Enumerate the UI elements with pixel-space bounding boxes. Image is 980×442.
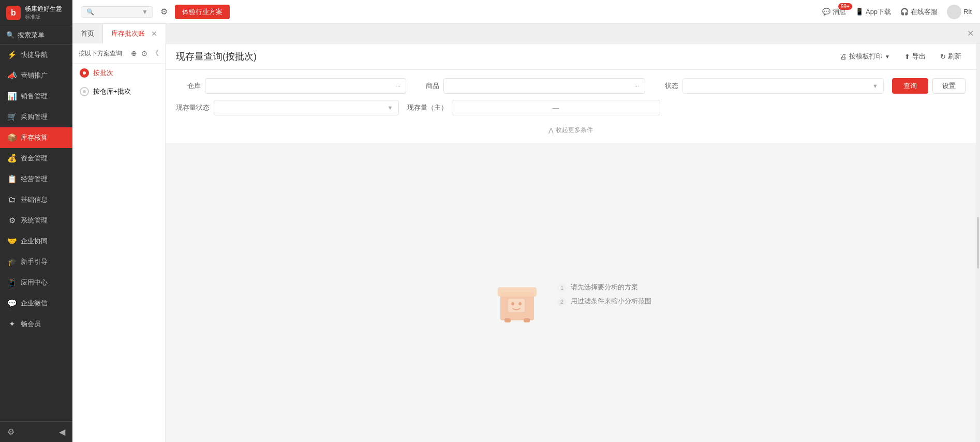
collapse-sidebar-icon[interactable]: ◀ (59, 427, 65, 437)
sidebar-item-label: 系统管理 (21, 216, 48, 225)
app-logo: b (6, 6, 21, 20)
page-title: 现存量查询(按批次) (176, 50, 257, 69)
settings-button[interactable]: 设置 (932, 78, 966, 94)
export-button[interactable]: ⬆ 导出 (900, 50, 930, 63)
sidebar-item-wechat[interactable]: 💬 企业微信 (0, 293, 72, 314)
svg-rect-1 (498, 287, 537, 297)
tabbar-close-right[interactable]: ✕ (967, 28, 980, 38)
sidebar-item-basic[interactable]: 🗂 基础信息 (0, 189, 72, 210)
basic-icon: 🗂 (7, 195, 17, 204)
sidebar-item-apps[interactable]: 📱 应用中心 (0, 272, 72, 293)
product-more-icon[interactable]: ··· (634, 82, 640, 90)
topbar-search-icon: 🔍 (86, 8, 94, 16)
product-filter-input[interactable]: ··· (443, 78, 645, 94)
step-2-num: 2 (557, 297, 567, 306)
sidebar-item-label: 企业协同 (21, 237, 48, 246)
sidebar-item-operations[interactable]: 📋 经营管理 (0, 169, 72, 189)
warehouse-filter-item: 仓库 ··· (176, 78, 406, 94)
sidebar-item-inventory[interactable]: 📦 库存核算 (0, 127, 72, 148)
inventory-icon: 📦 (7, 133, 17, 142)
filter-area: 仓库 ··· 商品 ··· 状态 (166, 70, 976, 143)
print-dropdown-icon: ▼ (885, 54, 890, 60)
app-download-icon: 📱 (855, 8, 864, 16)
sidebar-item-marketing[interactable]: 📣 营销推广 (0, 65, 72, 86)
stock-main-from-input[interactable] (452, 101, 550, 114)
main-area: 🔍 ▼ ⚙ 体验行业方案 💬 消息 99+ 📱 App下载 🎧 在线客服 R (72, 0, 980, 442)
query-button[interactable]: 查询 (892, 78, 928, 94)
scheme-item-warehouse-batch[interactable]: 按仓库+批次 (72, 82, 165, 101)
sidebar-header: b 畅康通好生意 标准版 (0, 0, 72, 26)
print-icon: 🖨 (840, 53, 847, 61)
stock-main-to-input[interactable] (562, 101, 660, 114)
status-filter-select[interactable]: ▼ (682, 78, 884, 94)
topbar-search-input[interactable] (97, 8, 139, 16)
manage-scheme-icon[interactable]: ⊙ (141, 49, 147, 57)
sidebar-item-enterprise[interactable]: 🤝 企业协同 (0, 231, 72, 252)
sidebar-nav: ⚡ 快捷导航 📣 营销推广 📊 销售管理 🛒 采购管理 📦 库存核算 💰 资金管… (0, 45, 72, 421)
svg-rect-5 (504, 318, 511, 322)
sidebar-item-system[interactable]: ⚙ 系统管理 (0, 210, 72, 231)
app-download-action[interactable]: 📱 App下载 (855, 7, 891, 17)
tab-inventory-batch[interactable]: 库存批次账 ✕ (103, 24, 166, 43)
stock-main-range: — (452, 100, 660, 115)
warehouse-filter-input[interactable]: ··· (205, 78, 406, 94)
sidebar-search[interactable]: 🔍 搜索菜单 (0, 26, 72, 45)
topbar-gear-icon[interactable]: ⚙ (160, 7, 168, 17)
empty-hint-2: 2 用过滤条件来缩小分析范围 (557, 297, 651, 306)
warehouse-more-icon[interactable]: ··· (395, 82, 400, 90)
experience-industry-button[interactable]: 体验行业方案 (175, 5, 230, 19)
topbar-search-dropdown-icon[interactable]: ▼ (142, 8, 148, 16)
sidebar-item-label: 库存核算 (21, 133, 48, 142)
sidebar-item-label: 应用中心 (21, 278, 48, 287)
enterprise-icon: 🤝 (7, 237, 17, 246)
online-service-action[interactable]: 🎧 在线客服 (900, 7, 938, 17)
sidebar-item-label: 销售管理 (21, 92, 48, 101)
svg-point-4 (518, 302, 522, 305)
messages-action[interactable]: 💬 消息 99+ (822, 7, 846, 17)
warehouse-filter-label: 仓库 (176, 81, 201, 91)
sidebar-item-quick-nav[interactable]: ⚡ 快捷导航 (0, 45, 72, 65)
add-scheme-icon[interactable]: ⊕ (131, 49, 137, 57)
settings-footer-icon[interactable]: ⚙ (7, 427, 14, 437)
print-template-button[interactable]: 🖨 按模板打印 ▼ (836, 50, 894, 63)
refresh-button[interactable]: ↻ 刷新 (936, 50, 966, 63)
main-content: 现存量查询(按批次) 🖨 按模板打印 ▼ ⬆ 导出 ↻ 刷新 (166, 43, 976, 442)
app-download-label: App下载 (866, 7, 891, 17)
collapse-panel-icon[interactable]: 《 (152, 49, 159, 58)
sidebar-item-member[interactable]: ✦ 畅会员 (0, 314, 72, 334)
finance-icon: 💰 (7, 154, 17, 163)
online-service-label: 在线客服 (911, 7, 938, 17)
empty-texts: 1 请先选择要分析的方案 2 用过滤条件来缩小分析范围 (557, 283, 651, 306)
home-tab-label: 首页 (81, 29, 94, 38)
svg-rect-6 (524, 318, 530, 322)
tab-close-icon[interactable]: ✕ (151, 30, 157, 38)
sidebar-item-label: 营销推广 (21, 71, 48, 80)
user-avatar-action[interactable]: Rit (947, 5, 972, 19)
tabbar: 首页 库存批次账 ✕ ✕ (72, 24, 980, 43)
sidebar-item-label: 快捷导航 (21, 50, 48, 60)
stock-status-select[interactable]: ▼ (214, 100, 399, 115)
app-title: 畅康通好生意 (25, 5, 62, 13)
sidebar-item-finance[interactable]: 💰 资金管理 (0, 148, 72, 169)
product-filter-item: 商品 ··· (414, 78, 645, 94)
topbar-search-box[interactable]: 🔍 ▼ (81, 6, 153, 18)
scheme-item-batch[interactable]: 按批次 (72, 64, 165, 82)
sidebar-item-sales[interactable]: 📊 销售管理 (0, 86, 72, 107)
scrollbar-thumb (977, 217, 979, 269)
content-area: 按以下方案查询 ⊕ ⊙ 《 按批次 按仓库+批次 现存量查询(按批次) (72, 43, 980, 442)
app-subtitle: 标准版 (25, 13, 62, 21)
right-scrollbar[interactable] (976, 43, 980, 442)
empty-state: 1 请先选择要分析的方案 2 用过滤条件来缩小分析范围 (166, 147, 976, 442)
scheme-dot-active (80, 68, 89, 78)
marketing-icon: 📣 (7, 71, 17, 80)
operations-icon: 📋 (7, 174, 17, 184)
sidebar-item-newbie[interactable]: 🎓 新手引导 (0, 252, 72, 272)
messages-badge: 99+ (838, 3, 852, 10)
sidebar-item-purchase[interactable]: 🛒 采购管理 (0, 107, 72, 127)
collapse-button[interactable]: ⋀ 收起更多条件 (548, 126, 593, 135)
tab-home[interactable]: 首页 (72, 24, 103, 43)
sidebar-item-label: 畅会员 (21, 319, 41, 329)
close-all-icon[interactable]: ✕ (967, 28, 974, 38)
sales-icon: 📊 (7, 92, 17, 101)
apps-icon: 📱 (7, 278, 17, 287)
